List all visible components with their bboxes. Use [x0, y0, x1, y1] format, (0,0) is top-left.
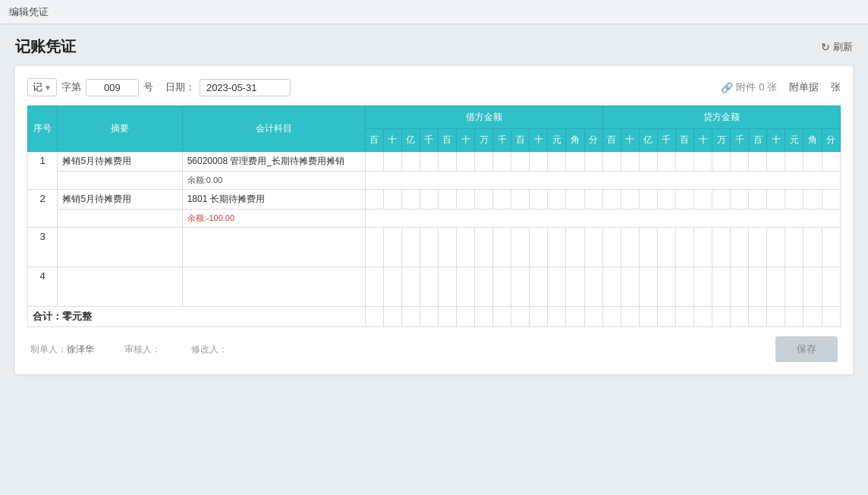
digit-header-d11: 元: [548, 129, 566, 152]
type-group: 记 ▼ 字第 号: [27, 78, 153, 96]
table-row-3: 3: [28, 228, 841, 267]
digit-header-d8: 千: [493, 129, 511, 152]
date-input[interactable]: [200, 79, 291, 96]
row-account-2[interactable]: 1801 长期待摊费用: [182, 190, 365, 210]
window-title-bar: 编辑凭证: [0, 0, 868, 24]
hao-label: 号: [143, 80, 153, 94]
date-label: 日期：: [165, 80, 195, 94]
total-cell: 合计：零元整: [28, 307, 366, 327]
row-account-4[interactable]: [182, 267, 365, 307]
digit-header-c6: 十: [693, 129, 712, 152]
digit-header-d9: 百: [511, 129, 530, 152]
table-row-balance-2: 余额:-100.00: [28, 210, 841, 228]
digit-header-c5: 百: [675, 129, 693, 152]
row-balance-1: 余额:0.00: [182, 172, 365, 190]
total-row: 合计：零元整: [28, 307, 841, 327]
voucher-table: 序号 摘要 会计科目 借方金额 贷方金额 百 十 亿 千 百 十 万: [27, 106, 841, 327]
creator-label: 制单人：徐泽华: [30, 343, 94, 356]
row-account-3[interactable]: [182, 228, 365, 267]
digit-header-c8: 千: [731, 129, 749, 152]
voucher-number-input[interactable]: [86, 79, 139, 96]
row-summary-4[interactable]: [58, 267, 182, 307]
digit-header-c10: 十: [767, 129, 785, 152]
digit-header-d6: 十: [456, 129, 474, 152]
digit-header-d7: 万: [475, 129, 493, 152]
col-header-account: 会计科目: [182, 106, 365, 152]
date-group: 日期：: [165, 79, 291, 96]
digit-header-c13: 分: [822, 129, 840, 152]
attachment-icon: 🔗: [721, 82, 733, 93]
type-select[interactable]: 记 ▼: [27, 78, 57, 96]
window-title: 编辑凭证: [9, 5, 49, 19]
col-header-credit: 贷方金额: [602, 106, 840, 129]
voucher-table-container: 序号 摘要 会计科目 借方金额 贷方金额 百 十 亿 千 百 十 万: [27, 106, 841, 327]
refresh-icon: ↻: [821, 41, 830, 53]
row-balance-summary-1: [58, 172, 182, 190]
col-header-seq: 序号: [28, 106, 58, 152]
col-header-summary: 摘要: [58, 106, 182, 152]
single-sheet-link[interactable]: 附单据: [789, 80, 819, 94]
digit-header-c12: 角: [804, 129, 822, 152]
right-controls: 🔗 附件 0 张 附单据 张: [721, 80, 841, 94]
row-seq-3: 3: [28, 228, 58, 267]
sheet-count: 张: [831, 80, 841, 94]
chevron-down-icon: ▼: [44, 84, 52, 92]
table-row-4: 4: [28, 267, 841, 307]
modifier-label: 修改人：: [191, 343, 228, 356]
digit-header-d4: 千: [420, 129, 438, 152]
digit-header-c4: 千: [657, 129, 675, 152]
row-summary-2[interactable]: 摊销5月待摊费用: [58, 190, 182, 210]
attachment-area: 🔗 附件 0 张: [721, 80, 777, 94]
table-row-balance-1: 余额:0.00: [28, 172, 841, 190]
digit-header-c3: 亿: [639, 129, 657, 152]
row-summary-1[interactable]: 摊销5月待摊费用: [58, 152, 182, 172]
col-header-debit: 借方金额: [365, 106, 602, 129]
digit-header-d3: 亿: [401, 129, 420, 152]
creator-value: 徐泽华: [67, 344, 94, 355]
digit-header-c7: 万: [712, 129, 731, 152]
digit-header-d12: 角: [566, 129, 584, 152]
refresh-button[interactable]: ↻ 刷新: [821, 40, 853, 54]
digit-header-d2: 十: [383, 129, 401, 152]
row-seq-4: 4: [28, 267, 58, 307]
digit-header-d1: 百: [365, 129, 383, 152]
digit-header-c11: 元: [785, 129, 804, 152]
digit-header-d13: 分: [584, 129, 602, 152]
digit-header-c2: 十: [621, 129, 639, 152]
row-seq-2: 2: [28, 190, 58, 228]
digit-header-c9: 百: [749, 129, 767, 152]
zi-label: 字第: [61, 80, 81, 94]
page-title: 记账凭证: [15, 36, 76, 57]
row-account-1[interactable]: 56020008 管理费用_长期待摊费用摊销: [182, 152, 365, 172]
footer: 制单人：徐泽华 审核人： 修改人： 保存: [27, 336, 841, 362]
table-row-2: 2 摊销5月待摊费用 1801 长期待摊费用: [28, 190, 841, 210]
save-button[interactable]: 保存: [775, 336, 838, 362]
row-seq-1: 1: [28, 152, 58, 190]
reviewer-label: 审核人：: [124, 343, 161, 356]
digit-header-d5: 百: [438, 129, 456, 152]
row-summary-3[interactable]: [58, 228, 182, 267]
digit-header-d10: 十: [530, 129, 548, 152]
table-row: 1 摊销5月待摊费用 56020008 管理费用_长期待摊费用摊销: [28, 152, 841, 172]
digit-header-c1: 百: [602, 129, 621, 152]
